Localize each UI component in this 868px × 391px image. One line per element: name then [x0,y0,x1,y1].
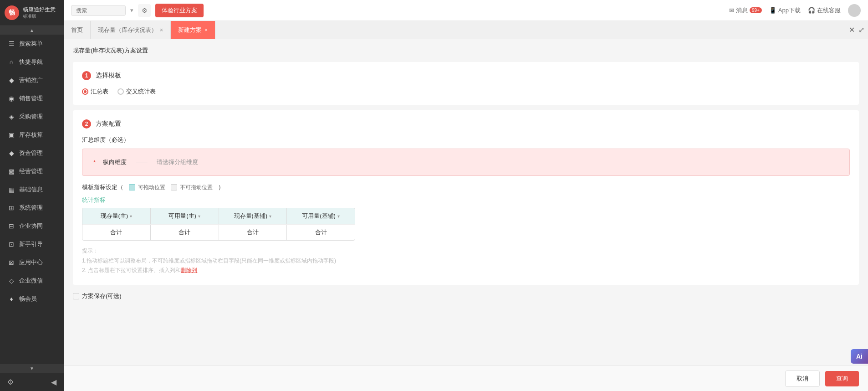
quick-nav-icon: ⌂ [7,58,15,66]
stats-title: 统计指标 [82,196,850,204]
sidebar-item-wechat[interactable]: ◇ 企业微信 [0,272,64,290]
sidebar-item-operations[interactable]: ▩ 经营管理 [0,162,64,180]
tab-new-scheme[interactable]: 新建方案 × [171,21,215,39]
tab-inventory-status-close[interactable]: × [160,27,163,33]
message-icon: ✉ [729,7,734,14]
sidebar-item-label: 经营管理 [19,167,43,175]
content-area: 现存量(库存状况表)方案设置 1 选择模板 汇总表 交叉统计表 2 [64,39,868,365]
sidebar-item-label: 新手引导 [19,240,43,248]
stats-table: 现存量(主) ▾ 可用量(主) ▾ 现存量(基辅) ▾ 可用量(基辅) [82,208,355,241]
page-title: 现存量(库存状况表)方案设置 [73,46,859,55]
sidebar-item-purchase[interactable]: ◈ 采购管理 [0,108,64,126]
finance-icon: ◆ [7,149,15,157]
tab-home[interactable]: 首页 [64,21,91,39]
sidebar-bottom: ⚙ ◀ [0,373,64,391]
search-input[interactable] [71,5,126,16]
indicators-label: 模板指标设定（ 可拖动位置 不可拖动位置 ） [82,183,850,191]
sidebar-item-member[interactable]: ♦ 畅会员 [0,290,64,308]
sidebar-scroll-up[interactable]: ▲ [0,26,64,35]
app-download-label: App下载 [778,6,801,15]
app-name: 畅康通好生意 [23,6,56,14]
avatar[interactable] [848,4,861,17]
app-version: 标准版 [23,13,56,20]
stats-cell-1-label: 合计 [179,228,190,237]
marketing-icon: ◆ [7,76,15,84]
stats-cell-0-label: 合计 [110,228,122,237]
purchase-icon: ◈ [7,113,15,121]
sidebar-item-label: 快捷导航 [19,58,43,66]
section2-header: 2 方案配置 [82,119,850,129]
radio-cross-label: 交叉统计表 [126,87,156,96]
sidebar-item-newcomer[interactable]: ⊡ 新手引导 [0,235,64,253]
scheme-save: 方案保存(可选) [73,292,859,300]
stats-header-2[interactable]: 现存量(基辅) ▾ [219,208,287,224]
radio-summary-circle [82,88,88,95]
delete-col-link[interactable]: 删除列 [181,267,197,273]
sidebar-item-finance[interactable]: ◆ 资金管理 [0,144,64,162]
settings-icon[interactable]: ⚙ [7,378,14,386]
logo-icon: 畅 [5,5,19,20]
stats-header-2-label: 现存量(基辅) [234,212,268,220]
stats-header-0-label: 现存量(主) [101,212,128,220]
app-download-item[interactable]: 📱 App下载 [769,6,801,15]
stats-table-header: 现存量(主) ▾ 可用量(主) ▾ 现存量(基辅) ▾ 可用量(基辅) [82,208,355,224]
cancel-button[interactable]: 取消 [785,370,820,387]
sidebar-item-label: 销售管理 [19,94,43,103]
gear-button[interactable]: ⚙ [138,4,151,17]
sidebar-item-system[interactable]: ⊞ 系统管理 [0,199,64,217]
sidebar-item-label: 企业协同 [19,222,43,230]
stats-header-3-label: 可用量(基辅) [302,212,336,220]
tab-new-scheme-close[interactable]: × [204,27,208,33]
stats-header-3[interactable]: 可用量(基辅) ▾ [287,208,355,224]
stats-cell-2-label: 合计 [247,228,259,237]
template-radio-group: 汇总表 交叉统计表 [82,87,850,96]
radio-summary[interactable]: 汇总表 [82,87,108,96]
aggregation-label: 汇总维度（必选） [82,136,850,144]
dimension-label: 纵向维度 [103,158,127,166]
legend-draggable: 可拖动位置 [129,184,165,191]
tab-new-scheme-label: 新建方案 [178,26,202,34]
online-service-item[interactable]: 🎧 在线客服 [808,6,841,15]
help-icon[interactable]: ◀ [51,378,56,386]
query-button[interactable]: 查询 [825,371,859,386]
tab-inventory-status[interactable]: 现存量（库存状况表） × [91,21,171,39]
sidebar-item-inventory[interactable]: ▣ 库存核算 [0,126,64,144]
sidebar-item-marketing[interactable]: ◆ 营销推广 [0,71,64,89]
tab-inventory-status-label: 现存量（库存状况表） [98,26,157,34]
indicators-close: ） [218,183,224,191]
sidebar-item-search-menu[interactable]: ☰ 搜索菜单 [0,35,64,53]
sidebar-item-app-center[interactable]: ⊠ 应用中心 [0,253,64,272]
dropdown-icon[interactable]: ▾ [130,7,133,14]
legend-nondraggable: 不可拖动位置 [171,184,213,191]
tab-expand-icon[interactable]: ⤢ [858,26,864,34]
bottom-bar: 取消 查询 [64,365,868,391]
section1-header: 1 选择模板 [82,71,850,80]
legend-draggable-label: 可拖动位置 [138,184,165,191]
scheme-save-checkbox[interactable] [73,293,79,299]
ai-badge[interactable]: Ai [851,349,868,364]
legend-nondraggable-label: 不可拖动位置 [180,184,213,191]
section2-card: 2 方案配置 汇总维度（必选） * 纵向维度 —— 请选择分组维度 模板指标设定… [73,110,859,285]
sidebar-item-quick-nav[interactable]: ⌂ 快捷导航 [0,53,64,71]
stats-header-0[interactable]: 现存量(主) ▾ [82,208,151,224]
sidebar-item-basic-info[interactable]: ▦ 基础信息 [0,180,64,199]
chevron-down-icon-3: ▾ [337,214,340,219]
industry-btn[interactable]: 体验行业方案 [155,4,204,17]
dimension-placeholder[interactable]: 请选择分组维度 [157,158,198,166]
wechat-icon: ◇ [7,277,15,285]
sidebar-item-sales[interactable]: ◉ 销售管理 [0,89,64,108]
stats-cell-3-label: 合计 [315,228,327,237]
sidebar-item-cooperation[interactable]: ⊟ 企业协同 [0,217,64,235]
sidebar-scroll-down[interactable]: ▼ [0,364,64,373]
stats-header-1[interactable]: 可用量(主) ▾ [151,208,219,224]
stats-section: 统计指标 现存量(主) ▾ 可用量(主) ▾ 现存量(基辅) [82,196,850,241]
stats-table-row: 合计 合计 合计 合计 [82,224,355,240]
tips-section: 提示： 1.拖动标题栏可以调整布局，不可跨维度或指标区域拖动栏目字段(只能在同一… [82,246,850,276]
tab-close-window-icon[interactable]: ✕ [849,26,855,34]
sidebar-nav: ☰ 搜索菜单 ⌂ 快捷导航 ◆ 营销推广 ◉ 销售管理 ◈ 采购管理 ▣ 库存核… [0,35,64,364]
radio-cross[interactable]: 交叉统计表 [117,87,156,96]
sidebar-item-label: 资金管理 [19,149,43,157]
search-menu-icon: ☰ [7,40,15,48]
messages-item[interactable]: ✉ 消息 99+ [729,6,762,15]
section2-number: 2 [82,119,91,129]
